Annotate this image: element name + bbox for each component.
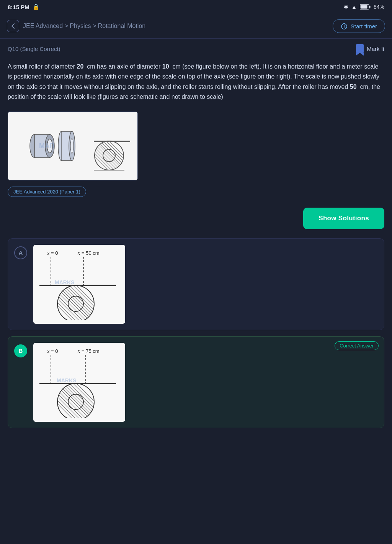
svg-line-43 [70, 286, 94, 310]
svg-text:x: x [77, 250, 80, 256]
svg-line-68 [70, 384, 94, 408]
svg-line-23 [95, 147, 119, 171]
svg-text:= 75 cm: = 75 cm [82, 348, 100, 354]
question-meta: Q10 (Single Correct) Mark It [0, 39, 392, 59]
option-a-circle: A [14, 246, 27, 259]
svg-line-16 [95, 141, 123, 170]
option-a-figure: x = 0 x = 50 cm MARKS [33, 245, 125, 324]
svg-point-37 [57, 285, 94, 320]
question-body: A small roller of diameter 20 cm has an … [0, 59, 392, 108]
breadcrumb-jee: JEE Advanced [23, 23, 63, 29]
back-button[interactable] [7, 20, 19, 32]
bluetooth-icon: ✱ [344, 4, 348, 10]
breadcrumb: JEE Advanced > Physics > Rotational Moti… [23, 23, 145, 29]
show-solutions-area: Show Solutions [0, 205, 392, 238]
option-b-card[interactable]: Correct Answer B x = 0 x = 75 cm MARKS [8, 336, 384, 428]
status-left: 8:15 PM 🔒 [8, 3, 40, 10]
show-solutions-button[interactable]: Show Solutions [303, 208, 384, 229]
svg-text:= 0: = 0 [51, 348, 58, 354]
mark-it-button[interactable]: Mark It [356, 44, 384, 53]
svg-point-11 [70, 138, 74, 154]
option-b-circle: B [14, 344, 27, 357]
svg-rect-1 [360, 5, 367, 9]
exam-tag: JEE Advanced 2020 (Paper 1) [8, 187, 86, 197]
svg-point-62 [57, 383, 94, 418]
svg-text:x: x [47, 348, 50, 354]
svg-text:= 0: = 0 [51, 250, 58, 256]
lock-icon: 🔒 [33, 3, 40, 10]
svg-rect-2 [369, 6, 370, 8]
option-a-card[interactable]: A x = 0 x = 50 cm MARKS [8, 238, 384, 330]
svg-text:= 50 cm: = 50 cm [82, 250, 100, 256]
start-timer-button[interactable]: Start timer [333, 19, 385, 33]
time: 8:15 PM [8, 4, 29, 10]
nav-bar: JEE Advanced > Physics > Rotational Moti… [0, 14, 392, 39]
tag-area: JEE Advanced 2020 (Paper 1) [0, 187, 392, 205]
battery-percent: 84% [374, 4, 384, 10]
status-bar: 8:15 PM 🔒 ✱ ▲ 84% [0, 0, 392, 14]
question-label: Q10 (Single Correct) [8, 46, 60, 52]
svg-line-66 [64, 384, 94, 414]
svg-text:MARKS: MARKS [55, 279, 74, 285]
svg-line-21 [109, 141, 123, 155]
svg-text:MAR: MAR [39, 142, 55, 150]
status-right: ✱ ▲ 84% [344, 4, 384, 10]
breadcrumb-physics: Physics [70, 23, 91, 29]
question-figure: MAR [8, 111, 138, 180]
option-b-figure: x = 0 x = 75 cm MARKS [33, 343, 125, 422]
breadcrumb-rotational: Rotational Motion [98, 23, 146, 29]
mark-it-label: Mark It [367, 46, 384, 52]
bookmark-icon [356, 44, 364, 53]
question-text: A small roller of diameter 20 cm has an … [8, 63, 380, 100]
svg-text:MARKS: MARKS [57, 377, 76, 383]
wifi-icon: ▲ [351, 4, 357, 10]
svg-line-41 [64, 286, 94, 316]
nav-left: JEE Advanced > Physics > Rotational Moti… [7, 20, 145, 32]
correct-answer-badge: Correct Answer [335, 341, 379, 350]
battery-icon [360, 4, 371, 10]
svg-text:x: x [77, 348, 80, 354]
svg-text:x: x [47, 250, 50, 256]
